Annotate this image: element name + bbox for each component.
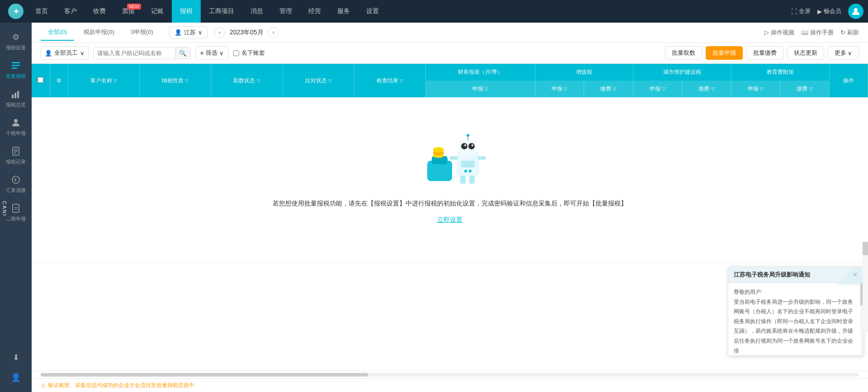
- region-selector[interactable]: 👤 江苏 ∨: [170, 26, 208, 39]
- operation-manual-btn[interactable]: 📖 操作手册: [801, 29, 834, 37]
- tax-type-filter-icon[interactable]: ▽: [185, 78, 189, 83]
- right-scrollbar-track: [863, 242, 868, 332]
- svg-rect-1: [12, 62, 20, 63]
- tab-zero-declaration[interactable]: 0申报(0): [124, 24, 160, 41]
- sidebar-bottom: ⬇ 👤: [0, 348, 32, 392]
- sidebar-user[interactable]: 👤: [0, 368, 32, 387]
- vat-pay-filter[interactable]: ▽: [613, 86, 617, 91]
- nav-tax[interactable]: 报税: [172, 0, 201, 23]
- th-check-result: 检查结果 ▽: [354, 64, 425, 97]
- svg-rect-34: [461, 161, 475, 167]
- region-icon: 👤: [175, 29, 182, 36]
- tab-all[interactable]: 全部(0): [41, 24, 74, 41]
- empty-state: 若您想使用批量报税功能，请先在【报税设置】中进行报税的初始化设置，完成密码验证和…: [32, 97, 868, 262]
- nav-items: 首页 客户 收费 票据 NEW 记账 报税 工商项目 消息 管理 经营 服务 设…: [27, 0, 791, 23]
- nav-accounting[interactable]: 记账: [143, 0, 172, 23]
- city-declare-filter[interactable]: ▽: [662, 86, 665, 91]
- employee-icon: 👤: [45, 50, 52, 57]
- tax-overview-icon: [10, 89, 21, 100]
- more-btn[interactable]: 更多 ∨: [828, 46, 859, 60]
- compare-filter-icon[interactable]: ▽: [328, 78, 332, 83]
- toolbar: 👤 全部员工 ∨ 🔍 ≡ 筛选 ∨ 名下账套 批量取数 批量申报 批量缴费: [32, 43, 868, 64]
- scrollbar-thumb[interactable]: [41, 373, 368, 377]
- vat-declare-filter[interactable]: ▽: [564, 86, 567, 91]
- sidebar-item-personal-tax[interactable]: 个税申报: [0, 113, 32, 141]
- accounts-checkbox[interactable]: [233, 50, 239, 56]
- empty-robot-illustration: [423, 134, 477, 188]
- svg-rect-5: [14, 93, 16, 98]
- th-compare-status: 比对状态 ▽: [283, 64, 354, 97]
- cani-badge: CANI: [0, 197, 9, 220]
- svg-point-29: [467, 134, 469, 137]
- filter-button[interactable]: ≡ 筛选 ∨: [195, 46, 229, 60]
- select-all-checkbox[interactable]: [38, 77, 43, 83]
- nav-management[interactable]: 管理: [271, 0, 300, 23]
- svg-rect-33: [469, 176, 475, 184]
- sidebar-item-batch-tax[interactable]: 批量报税: [0, 56, 32, 84]
- fullscreen-btn[interactable]: ⛶ 全屏: [791, 7, 811, 15]
- fetch-filter-icon[interactable]: ▽: [257, 78, 260, 83]
- batch-pay-btn[interactable]: 批量缴费: [746, 46, 783, 60]
- status-message: 验证账密、采集信息均成功的企业才会流转至批量报税页面中: [48, 382, 194, 389]
- nav-settings[interactable]: 设置: [358, 0, 387, 23]
- nav-business[interactable]: 工商项目: [201, 0, 242, 23]
- notification-body: 尊敬的用户:受当前电子税务局进一步升级的影响，同一个政务网账号（办税人）名下的企…: [728, 283, 863, 355]
- right-scrollbar-thumb[interactable]: [863, 242, 868, 255]
- personal-tax-icon: [10, 117, 21, 128]
- status-update-btn[interactable]: 状态更新: [787, 46, 824, 60]
- fin-declare-filter[interactable]: ▽: [485, 86, 488, 91]
- svg-point-7: [14, 119, 18, 123]
- sidebar-item-settlement[interactable]: ¥ 汇算清缴: [0, 170, 32, 198]
- svg-text:¥: ¥: [14, 177, 17, 182]
- avatar[interactable]: [848, 4, 863, 19]
- edu-pay-filter[interactable]: ▽: [809, 86, 813, 91]
- svg-point-0: [854, 8, 858, 12]
- sidebar-item-tax-settings[interactable]: ⚙ 报税设置: [0, 27, 32, 56]
- nav-billing[interactable]: 收费: [85, 0, 114, 23]
- search-box: 🔍: [93, 47, 191, 59]
- logo-icon: ✦: [8, 4, 24, 19]
- search-input[interactable]: [94, 48, 175, 59]
- sidebar-item-tax-overview[interactable]: 报税总览: [0, 84, 32, 113]
- svg-rect-14: [13, 204, 19, 212]
- batch-declare-btn[interactable]: 批量申报: [706, 46, 743, 60]
- top-nav: ✦ 首页 客户 收费 票据 NEW 记账 报税 工商项目 消息 管理 经营 服务…: [0, 0, 868, 23]
- svg-point-21: [433, 147, 444, 153]
- month-prev-btn[interactable]: ‹: [214, 27, 225, 38]
- settings-icon[interactable]: ⚙: [57, 77, 61, 84]
- check-filter-icon[interactable]: ▽: [400, 78, 403, 83]
- customer-filter-icon[interactable]: ▽: [113, 78, 117, 83]
- nav-message[interactable]: 消息: [242, 0, 271, 23]
- nav-service[interactable]: 服务: [329, 0, 358, 23]
- notification-panel: 江苏电子税务局升级影响通知 ✕ 尊敬的用户:受当前电子税务局进一步升级的影响，同…: [728, 267, 863, 356]
- sidebar-download[interactable]: ⬇: [0, 348, 32, 368]
- nav-home[interactable]: 首页: [27, 0, 56, 23]
- nav-invoice[interactable]: 票据 NEW: [114, 0, 143, 23]
- search-button[interactable]: 🔍: [175, 48, 190, 59]
- th-vat-group: 增值税: [535, 64, 633, 81]
- nav-customer[interactable]: 客户: [56, 0, 85, 23]
- setup-link[interactable]: 立即设置: [437, 213, 462, 226]
- fullscreen-icon: ⛶: [791, 8, 797, 15]
- th-education-group: 教育费附加: [731, 64, 829, 81]
- svg-rect-30: [450, 156, 458, 160]
- edu-declare-filter[interactable]: ▽: [760, 86, 764, 91]
- city-pay-filter[interactable]: ▽: [711, 86, 715, 91]
- region-text: 江苏: [184, 29, 196, 37]
- batch-fetch-btn[interactable]: 批量取数: [665, 46, 702, 60]
- th-city-pay: 缴费 ▽: [682, 81, 731, 97]
- batch-tax-icon: [10, 60, 21, 71]
- checkbox-label[interactable]: 名下账套: [233, 49, 265, 57]
- employee-filter[interactable]: 👤 全部员工 ∨: [41, 46, 89, 60]
- tab-tax-declaration[interactable]: 税款申报(0): [76, 24, 122, 41]
- operation-video-btn[interactable]: ▷ 操作视频: [764, 29, 794, 37]
- member-btn[interactable]: ▶ 畅会员: [817, 7, 841, 15]
- svg-point-36: [469, 170, 472, 172]
- month-next-btn[interactable]: ›: [268, 27, 279, 38]
- scrollbar-track[interactable]: [41, 373, 859, 377]
- more-dropdown-icon: ∨: [848, 50, 852, 57]
- nav-operations[interactable]: 经营: [300, 0, 329, 23]
- th-settings: ⚙: [50, 64, 68, 97]
- sidebar-item-tax-records[interactable]: 报税记录: [0, 141, 32, 170]
- refresh-btn[interactable]: ↻ 刷新: [840, 29, 859, 37]
